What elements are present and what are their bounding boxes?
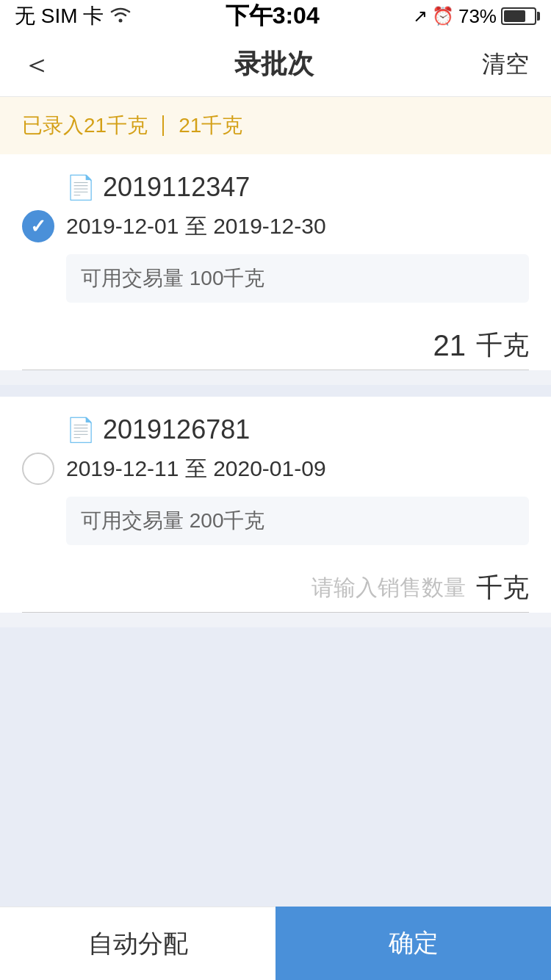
carrier-label: 无 SIM 卡 — [15, 2, 104, 30]
location-icon: ↗ — [413, 6, 428, 26]
back-button[interactable]: ＜ — [22, 44, 66, 84]
batch-id-row-2: 📄 2019126781 — [66, 414, 529, 445]
confirm-button[interactable]: 确定 — [276, 907, 551, 980]
placeholder-unit-2: 千克 — [476, 570, 529, 606]
batch-item-2: 📄 2019126781 2019-12-11 至 2020-01-09 可用交… — [0, 397, 551, 613]
summary-divider — [162, 115, 164, 136]
batch-available-row-2: 可用交易量 200千克 — [66, 497, 529, 545]
batch-available-2: 可用交易量 200千克 — [66, 497, 529, 545]
batch-date-row-2[interactable]: 2019-12-11 至 2020-01-09 — [22, 453, 529, 485]
batch-item-1: 📄 2019112347 2019-12-01 至 2019-12-30 可用交… — [0, 154, 551, 370]
wifi-icon — [109, 4, 132, 28]
input-underline-2 — [22, 612, 529, 613]
batch-icon-2: 📄 — [66, 416, 96, 444]
batch-item-2-inner: 📄 2019126781 2019-12-11 至 2020-01-09 可用交… — [0, 397, 551, 545]
batch-available-row-1: 可用交易量 100千克 — [66, 254, 529, 303]
quantity-row-1: 21 千克 — [0, 320, 551, 364]
battery-percent: 73% — [458, 5, 497, 28]
batch-icon-1: 📄 — [66, 173, 96, 201]
summary-bar: 已录入21千克 21千克 — [0, 97, 551, 154]
nav-bar: ＜ 录批次 清空 — [0, 32, 551, 97]
status-left: 无 SIM 卡 — [15, 2, 132, 30]
section-separator-1 — [0, 385, 551, 397]
page-title: 录批次 — [234, 46, 314, 82]
svg-point-0 — [119, 19, 123, 23]
placeholder-row-2[interactable]: 请输入销售数量 千克 — [0, 563, 551, 606]
quantity-value-1[interactable]: 21 — [433, 329, 467, 362]
input-underline-1 — [22, 370, 529, 370]
clear-button[interactable]: 清空 — [482, 48, 529, 81]
auto-distribute-button[interactable]: 自动分配 — [0, 907, 276, 980]
quantity-unit-1: 千克 — [476, 328, 529, 364]
status-right: ↗ ⏰ 73% — [413, 5, 536, 28]
batch-available-1: 可用交易量 100千克 — [66, 254, 529, 303]
grey-area — [0, 639, 551, 933]
batch-date-1: 2019-12-01 至 2019-12-30 — [66, 212, 326, 242]
batch-id-1: 2019112347 — [103, 172, 250, 203]
placeholder-text-2: 请输入销售数量 — [311, 573, 466, 603]
radio-1[interactable] — [22, 210, 54, 242]
time-display: 下午3:04 — [226, 0, 320, 32]
status-bar: 无 SIM 卡 下午3:04 ↗ ⏰ 73% — [0, 0, 551, 32]
total-label: 21千克 — [179, 112, 242, 140]
recorded-label: 已录入21千克 — [22, 112, 148, 140]
battery-icon — [501, 7, 536, 25]
batch-item-1-inner: 📄 2019112347 2019-12-01 至 2019-12-30 可用交… — [0, 154, 551, 303]
radio-2[interactable] — [22, 453, 54, 485]
bottom-bar: 自动分配 确定 — [0, 907, 551, 980]
alarm-icon: ⏰ — [432, 6, 454, 26]
batch-date-row-1[interactable]: 2019-12-01 至 2019-12-30 — [22, 210, 529, 242]
batch-id-2: 2019126781 — [103, 414, 250, 445]
batch-id-row-1: 📄 2019112347 — [66, 172, 529, 203]
batch-date-2: 2019-12-11 至 2020-01-09 — [66, 454, 326, 484]
section-separator-2 — [0, 627, 551, 639]
